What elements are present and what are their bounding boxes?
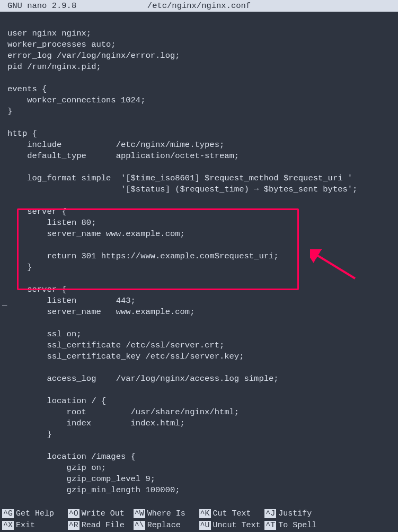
editor-line[interactable]: gzip_min_length 100000;: [7, 485, 391, 496]
shortcut-label: Replace: [147, 521, 181, 530]
shortcut-item: ^GGet Help: [2, 508, 68, 519]
shortcut-key: ^G: [2, 509, 14, 518]
editor-line[interactable]: server_name www.example.com;: [7, 307, 391, 318]
editor-line[interactable]: log_format simple '[$time_iso8601] $requ…: [7, 173, 391, 184]
editor-line[interactable]: error_log /var/log/nginx/error.log;: [7, 50, 391, 62]
editor-line[interactable]: user nginx nginx;: [7, 28, 391, 39]
shortcut-label: To Spell: [278, 521, 316, 530]
shortcut-label: Exit: [16, 521, 35, 530]
editor-line[interactable]: }: [7, 262, 391, 273]
editor-line[interactable]: server {: [7, 284, 391, 295]
shortcut-item: ^KCut Text: [199, 508, 265, 519]
shortcut-item: [330, 508, 396, 519]
editor-line[interactable]: [7, 385, 391, 396]
editor-line[interactable]: listen 443;: [7, 295, 391, 307]
editor-line[interactable]: [7, 162, 391, 173]
shortcut-bar: ^GGet Help^OWrite Out^WWhere Is^KCut Tex…: [0, 508, 398, 532]
editor-line[interactable]: http {: [7, 128, 391, 139]
shortcut-label: Justify: [278, 509, 312, 518]
editor-line[interactable]: [7, 362, 391, 373]
title-bar: /etc/nginx/nginx.conf GNU nano 2.9.8: [0, 0, 398, 12]
shortcut-label: Cut Text: [213, 509, 251, 518]
shortcut-label: Get Help: [16, 509, 54, 518]
shortcut-key: ^\: [134, 521, 145, 530]
editor-line[interactable]: root /usr/share/nginx/html;: [7, 407, 391, 418]
editor-line[interactable]: ssl on;: [7, 329, 391, 340]
editor-line[interactable]: worker_processes auto;: [7, 39, 391, 50]
shortcut-key: ^X: [2, 521, 14, 530]
editor-line[interactable]: location / {: [7, 396, 391, 407]
editor-line[interactable]: }: [7, 429, 391, 440]
editor-line[interactable]: gzip on;: [7, 463, 391, 474]
editor-line[interactable]: pid /run/nginx.pid;: [7, 62, 391, 73]
shortcut-item: ^WWhere Is: [134, 508, 199, 519]
shortcut-item: ^RRead File: [68, 519, 134, 531]
editor-line[interactable]: [7, 17, 391, 28]
editor-line[interactable]: return 301 https://www.example.com$reque…: [7, 251, 391, 262]
editor-line[interactable]: [7, 440, 391, 451]
editor-line[interactable]: ssl_certificate /etc/ssl/server.crt;: [7, 340, 391, 351]
shortcut-key: ^K: [199, 509, 211, 518]
cursor-indicator: _: [2, 298, 7, 307]
shortcut-label: Read File: [82, 521, 125, 530]
shortcut-key: ^T: [264, 521, 276, 530]
editor-line[interactable]: location /images {: [7, 451, 391, 463]
editor-line[interactable]: worker_connections 1024;: [7, 95, 391, 106]
shortcut-label: Write Out: [82, 509, 125, 518]
editor-line[interactable]: [7, 117, 391, 128]
editor-line[interactable]: server {: [7, 206, 391, 217]
editor-line[interactable]: events {: [7, 84, 391, 95]
shortcut-item: ^UUncut Text: [199, 519, 265, 531]
shortcut-item: ^XExit: [2, 519, 68, 531]
editor-line[interactable]: gzip_comp_level 9;: [7, 474, 391, 485]
shortcut-label: Where Is: [147, 509, 185, 518]
editor-line[interactable]: [7, 318, 391, 329]
file-path: /etc/nginx/nginx.conf: [0, 0, 398, 12]
shortcut-key: ^U: [199, 521, 211, 530]
editor-line[interactable]: include /etc/nginx/mime.types;: [7, 139, 391, 151]
editor-line[interactable]: index index.html;: [7, 418, 391, 429]
shortcut-key: ^W: [134, 509, 145, 518]
shortcut-item: ^JJustify: [264, 508, 330, 519]
editor-line[interactable]: server_name www.example.com;: [7, 229, 391, 240]
editor-line[interactable]: [7, 273, 391, 284]
shortcut-key: ^J: [264, 509, 276, 518]
editor-line[interactable]: default_type application/octet-stream;: [7, 151, 391, 162]
editor-line[interactable]: [7, 73, 391, 84]
shortcut-key: ^O: [68, 509, 79, 518]
editor-line[interactable]: listen 80;: [7, 217, 391, 229]
editor-line[interactable]: ssl_certificate_key /etc/ssl/server.key;: [7, 351, 391, 362]
editor-area[interactable]: user nginx nginx;worker_processes auto;e…: [0, 12, 398, 496]
editor-line[interactable]: }: [7, 106, 391, 117]
editor-line[interactable]: [7, 240, 391, 251]
shortcut-label: Uncut Text: [213, 521, 261, 530]
shortcut-item: ^TTo Spell: [264, 519, 330, 531]
shortcut-item: ^\Replace: [134, 519, 199, 531]
editor-line[interactable]: [7, 195, 391, 206]
editor-line[interactable]: '[$status] ($request_time) → $bytes_sent…: [7, 184, 391, 195]
editor-line[interactable]: access_log /var/log/nginx/access.log sim…: [7, 373, 391, 385]
shortcut-item: [330, 519, 396, 531]
shortcut-item: ^OWrite Out: [68, 508, 134, 519]
shortcut-key: ^R: [68, 521, 79, 530]
